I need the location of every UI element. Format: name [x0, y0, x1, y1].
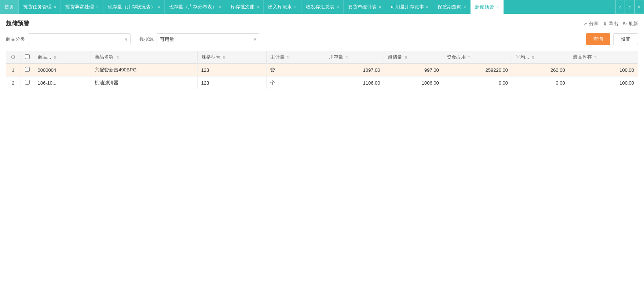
cell-spec: 123 — [197, 64, 266, 77]
nav-stock-status[interactable]: 现存量（库存状况表） × — [103, 0, 165, 14]
column-unit[interactable]: 主计量 ⇅ — [266, 51, 325, 64]
nav-home[interactable]: 首页 — [0, 0, 19, 14]
nav-stock-distribution[interactable]: 现存量（库存分布表） × — [165, 0, 226, 14]
close-icon[interactable]: × — [257, 5, 259, 9]
header-actions: ➚ 分享 ⇓ 导出 ↻ 刷新 — [583, 21, 638, 27]
nav-available-stock[interactable]: 可用量库存账本 × — [386, 0, 433, 14]
close-icon[interactable]: × — [337, 5, 339, 9]
export-button[interactable]: ⇓ 导出 — [603, 21, 618, 27]
column-over-stock[interactable]: 超储量 ⇅ — [384, 51, 443, 64]
close-icon[interactable]: × — [96, 5, 98, 9]
row-checkbox-cell — [21, 64, 34, 77]
datasource-label: 数据源 — [139, 36, 154, 42]
cell-product-id: 186-10... — [34, 77, 91, 89]
nav-exception-handling[interactable]: 拣货异常处理 × — [61, 0, 103, 14]
filter-row: 商品分类 数据源 可用量 库存量 查询 设置 — [6, 33, 638, 45]
datasource-filter: 数据源 可用量 库存量 — [139, 33, 259, 45]
select-all-checkbox[interactable] — [25, 54, 30, 59]
sort-icon: ⇅ — [531, 55, 534, 59]
nav-arrows: ‹ › × — [615, 0, 644, 14]
column-avg[interactable]: 平均... ⇅ — [512, 51, 569, 64]
category-filter: 商品分类 — [6, 33, 131, 45]
data-table: ⚙ 商品... ⇅ 商品名称 ⇅ 规格型号 ⇅ 主计量 — [6, 51, 638, 89]
cell-over-stock: 997.00 — [384, 64, 443, 77]
nav-expiry-query[interactable]: 保质期查询 × — [433, 0, 471, 14]
category-select[interactable] — [28, 33, 131, 45]
close-icon[interactable]: × — [54, 5, 56, 9]
close-icon[interactable]: × — [158, 5, 160, 9]
cell-product-name: 机油滤清器 — [91, 77, 197, 89]
nav-overstock-warning[interactable]: 超储预警 × — [471, 0, 503, 14]
share-icon: ➚ — [583, 21, 588, 27]
cell-avg: 260.00 — [512, 64, 569, 77]
close-icon[interactable]: × — [496, 5, 498, 9]
column-capital-use[interactable]: 资金占用 ⇅ — [443, 51, 512, 64]
row-checkbox-cell — [21, 77, 34, 89]
page-title: 超储预警 — [6, 20, 29, 27]
filter-actions: 查询 设置 — [586, 33, 638, 45]
nav-close-arrow[interactable]: × — [634, 0, 644, 14]
top-navigation: 首页 拣货任务管理 × 拣货异常处理 × 现存量（库存状况表） × 现存量（库存… — [0, 0, 644, 14]
gear-icon[interactable]: ⚙ — [11, 54, 15, 60]
nav-stock-flow[interactable]: 出入库流水 × — [264, 0, 301, 14]
column-spec[interactable]: 规格型号 ⇅ — [197, 51, 266, 64]
refresh-button[interactable]: ↻ 刷新 — [623, 21, 638, 27]
row-index: 2 — [6, 77, 21, 89]
page-header: 超储预警 ➚ 分享 ⇓ 导出 ↻ 刷新 — [6, 20, 638, 27]
nav-right-arrow[interactable]: › — [625, 0, 634, 14]
cell-unit: 套 — [266, 64, 325, 77]
datasource-select[interactable]: 可用量 库存量 — [157, 33, 259, 45]
close-icon[interactable]: × — [426, 5, 428, 9]
column-product-name[interactable]: 商品名称 ⇅ — [91, 51, 197, 64]
nav-order-stats[interactable]: 要货单统计表 × — [344, 0, 386, 14]
table-row: 1 0000004 六配套新昌490BPG 123 套 1097.00 997.… — [6, 64, 638, 77]
sort-icon: ⇅ — [116, 55, 119, 59]
sort-icon: ⇅ — [223, 55, 226, 59]
cell-max-stock: 100.00 — [569, 64, 638, 77]
cell-stock: 1097.00 — [325, 64, 384, 77]
cell-capital-use: 259220.00 — [443, 64, 512, 77]
export-icon: ⇓ — [603, 21, 607, 27]
column-checkbox — [21, 51, 34, 64]
refresh-icon: ↻ — [623, 21, 627, 27]
close-icon[interactable]: × — [379, 5, 381, 9]
settings-button[interactable]: 设置 — [613, 33, 638, 45]
close-icon[interactable]: × — [219, 5, 221, 9]
close-icon[interactable]: × — [464, 5, 466, 9]
nav-left-arrow[interactable]: ‹ — [615, 0, 625, 14]
cell-product-name: 六配套新昌490BPG — [91, 64, 197, 77]
nav-task-management[interactable]: 拣货任务管理 × — [19, 0, 61, 14]
sort-icon: ⇅ — [468, 55, 471, 59]
cell-stock: 1106.00 — [325, 77, 384, 89]
cell-avg: 0.00 — [512, 77, 569, 89]
cell-capital-use: 0.00 — [443, 77, 512, 89]
column-stock[interactable]: 库存量 ⇅ — [325, 51, 384, 64]
table-row: 2 186-10... 机油滤清器 123 个 1106.00 1006.00 … — [6, 77, 638, 89]
nav-stock-batch[interactable]: 库存批次账 × — [226, 0, 264, 14]
row-checkbox[interactable] — [25, 67, 30, 72]
row-index: 1 — [6, 64, 21, 77]
close-icon[interactable]: × — [294, 5, 296, 9]
sort-icon: ⇅ — [287, 55, 290, 59]
page-container: 超储预警 ➚ 分享 ⇓ 导出 ↻ 刷新 商品分类 — [0, 14, 644, 293]
datasource-select-wrapper: 可用量 库存量 — [157, 33, 259, 45]
category-label: 商品分类 — [6, 36, 25, 42]
table-header-row: ⚙ 商品... ⇅ 商品名称 ⇅ 规格型号 ⇅ 主计量 — [6, 51, 638, 64]
sort-icon: ⇅ — [405, 55, 407, 59]
cell-spec: 123 — [197, 77, 266, 89]
share-button[interactable]: ➚ 分享 — [583, 21, 599, 27]
query-button[interactable]: 查询 — [586, 33, 610, 45]
cell-max-stock: 100.00 — [569, 77, 638, 89]
nav-stock-summary[interactable]: 收发存汇总表 × — [301, 0, 344, 14]
sort-icon: ⇅ — [346, 55, 349, 59]
cell-over-stock: 1006.00 — [384, 77, 443, 89]
column-max-stock[interactable]: 最高库存 ⇅ — [569, 51, 638, 64]
sort-icon: ⇅ — [54, 55, 56, 59]
sort-icon: ⇅ — [594, 55, 597, 59]
cell-product-id: 0000004 — [34, 64, 91, 77]
column-product-id[interactable]: 商品... ⇅ — [34, 51, 91, 64]
column-gear: ⚙ — [6, 51, 21, 64]
row-checkbox[interactable] — [25, 80, 30, 85]
category-select-wrapper — [28, 33, 131, 45]
cell-unit: 个 — [266, 77, 325, 89]
